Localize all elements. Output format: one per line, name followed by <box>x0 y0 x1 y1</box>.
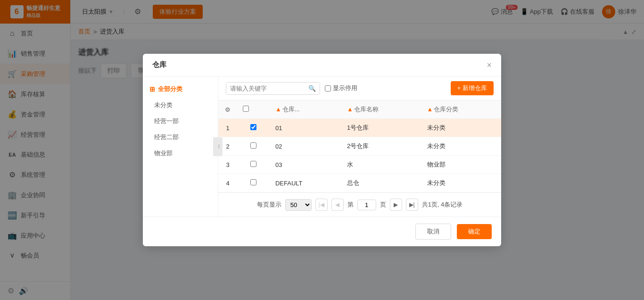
sort-cat-icon: ▲ <box>427 106 433 113</box>
td-name: 总仓 <box>341 174 421 192</box>
td-checkbox[interactable] <box>237 119 270 137</box>
modal-header: 仓库 × <box>143 54 501 76</box>
search-icon[interactable]: 🔍 <box>305 83 320 94</box>
right-toolbar: 🔍 显示停用 + 新增仓库 <box>218 76 501 100</box>
td-name: 2号仓库 <box>341 137 421 156</box>
pagination-summary: 共1页, 4条记录 <box>422 200 463 209</box>
per-page-select[interactable]: 50 20 100 <box>285 199 312 211</box>
select-all-checkbox[interactable] <box>243 106 249 112</box>
sort-code-icon: ▲ <box>275 106 281 113</box>
td-code: 01 <box>270 119 341 137</box>
cancel-button[interactable]: 取消 <box>415 224 451 240</box>
warehouse-table: ⚙ ▲仓库... ▲仓库名称 ▲仓库分类 1 01 1号仓库 未分类 2 <box>218 100 501 192</box>
confirm-button[interactable]: 确定 <box>457 224 492 239</box>
page-prev-button[interactable]: ◀ <box>331 199 344 211</box>
show-disabled-wrap: 显示停用 <box>325 84 357 92</box>
modal-body: ⊞ 全部分类 未分类 经营一部 经营二部 物业部 《 <box>143 76 501 217</box>
table-header-row: ⚙ ▲仓库... ▲仓库名称 ▲仓库分类 <box>218 100 501 119</box>
table-row[interactable]: 4 DEFAULT 总仓 未分类 <box>218 174 501 192</box>
td-code: DEFAULT <box>270 174 341 192</box>
table: ⚙ ▲仓库... ▲仓库名称 ▲仓库分类 1 01 1号仓库 未分类 2 <box>218 100 501 192</box>
td-category: 物业部 <box>421 156 501 174</box>
sort-name-icon: ▲ <box>347 106 353 113</box>
table-row[interactable]: 2 02 2号仓库 未分类 <box>218 137 501 156</box>
category-item-ops1[interactable]: 经营一部 <box>143 113 218 129</box>
td-name: 1号仓库 <box>341 119 421 137</box>
page-unit: 页 <box>380 200 386 209</box>
th-checkbox <box>237 100 270 119</box>
category-item-ops2[interactable]: 经营二部 <box>143 129 218 145</box>
gear-icon: ⚙ <box>225 106 231 113</box>
pagination: 每页显示 50 20 100 |◀ ◀ 第 页 ▶ ▶| 共1页, 4条记录 <box>218 192 501 217</box>
show-disabled-label: 显示停用 <box>333 84 357 92</box>
show-disabled-checkbox[interactable] <box>325 85 331 92</box>
category-all-label: 全部分类 <box>158 85 182 93</box>
page-label: 第 <box>347 200 354 209</box>
table-row[interactable]: 1 01 1号仓库 未分类 <box>218 119 501 137</box>
collapse-category-button[interactable]: 《 <box>213 137 223 156</box>
search-input[interactable] <box>226 83 305 94</box>
th-gear: ⚙ <box>218 100 237 119</box>
table-row[interactable]: 3 03 水 物业部 <box>218 156 501 174</box>
td-checkbox[interactable] <box>237 174 270 192</box>
td-checkbox[interactable] <box>237 137 270 156</box>
right-panel: 🔍 显示停用 + 新增仓库 ⚙ <box>218 76 501 217</box>
page-input[interactable] <box>357 200 376 210</box>
modal-overlay: 仓库 × ⊞ 全部分类 未分类 经营一部 经营二部 <box>0 0 644 300</box>
td-checkbox[interactable] <box>237 156 270 174</box>
modal-footer: 取消 确定 <box>143 217 501 246</box>
page-last-button[interactable]: ▶| <box>406 199 418 211</box>
warehouse-modal: 仓库 × ⊞ 全部分类 未分类 经营一部 经营二部 <box>143 54 501 246</box>
td-num: 1 <box>218 119 237 137</box>
search-wrap: 🔍 <box>226 82 320 95</box>
th-name[interactable]: ▲仓库名称 <box>341 100 421 119</box>
th-category[interactable]: ▲仓库分类 <box>421 100 501 119</box>
td-category: 未分类 <box>421 174 501 192</box>
td-name: 水 <box>341 156 421 174</box>
th-code[interactable]: ▲仓库... <box>270 100 341 119</box>
page-first-button[interactable]: |◀ <box>315 199 328 211</box>
td-code: 03 <box>270 156 341 174</box>
td-category: 未分类 <box>421 137 501 156</box>
category-all[interactable]: ⊞ 全部分类 <box>143 81 218 97</box>
page-next-button[interactable]: ▶ <box>390 199 402 211</box>
category-panel: ⊞ 全部分类 未分类 经营一部 经营二部 物业部 《 <box>143 76 218 217</box>
td-num: 3 <box>218 156 237 174</box>
modal-close-button[interactable]: × <box>487 61 492 69</box>
per-page-label: 每页显示 <box>257 200 281 209</box>
td-code: 02 <box>270 137 341 156</box>
category-item-property[interactable]: 物业部 <box>143 145 218 161</box>
category-item-unclassified[interactable]: 未分类 <box>143 97 218 113</box>
td-num: 4 <box>218 174 237 192</box>
modal-title: 仓库 <box>152 60 166 69</box>
add-warehouse-button[interactable]: + 新增仓库 <box>451 81 494 95</box>
td-category: 未分类 <box>421 119 501 137</box>
grid-icon: ⊞ <box>149 85 155 93</box>
